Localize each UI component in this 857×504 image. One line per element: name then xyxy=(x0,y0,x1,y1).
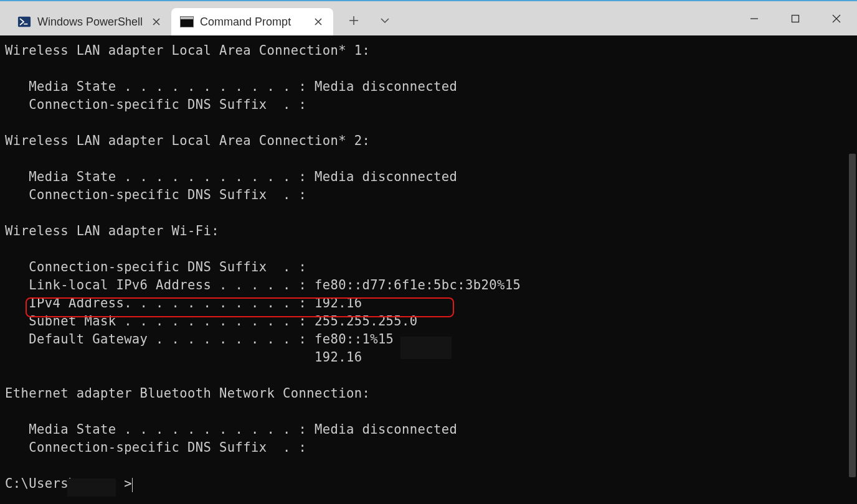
tab-actions xyxy=(346,12,393,29)
window-controls xyxy=(734,1,857,35)
powershell-icon xyxy=(17,15,31,29)
tab-cmd-label: Command Prompt xyxy=(200,16,291,29)
tab-dropdown-icon[interactable] xyxy=(377,12,393,29)
scroll-thumb[interactable] xyxy=(849,154,856,477)
cmd-icon xyxy=(180,16,194,27)
scrollbar[interactable] xyxy=(848,35,857,504)
tabs-container: Windows PowerShell Command Prompt xyxy=(0,1,393,35)
close-button[interactable] xyxy=(816,1,857,35)
new-tab-button[interactable] xyxy=(346,12,362,29)
minimize-button[interactable] xyxy=(734,1,775,35)
tab-cmd-close[interactable] xyxy=(311,14,326,29)
window-titlebar: Windows PowerShell Command Prompt xyxy=(0,1,857,35)
tab-powershell-label: Windows PowerShell xyxy=(37,16,143,29)
tab-powershell[interactable]: Windows PowerShell xyxy=(9,8,171,35)
tab-cmd[interactable]: Command Prompt xyxy=(171,8,333,35)
cursor xyxy=(132,478,133,492)
terminal-output: Wireless LAN adapter Local Area Connecti… xyxy=(5,42,855,493)
svg-rect-1 xyxy=(792,15,799,22)
tab-powershell-close[interactable] xyxy=(149,14,164,29)
maximize-button[interactable] xyxy=(775,1,816,35)
terminal-area[interactable]: Wireless LAN adapter Local Area Connecti… xyxy=(0,35,857,504)
